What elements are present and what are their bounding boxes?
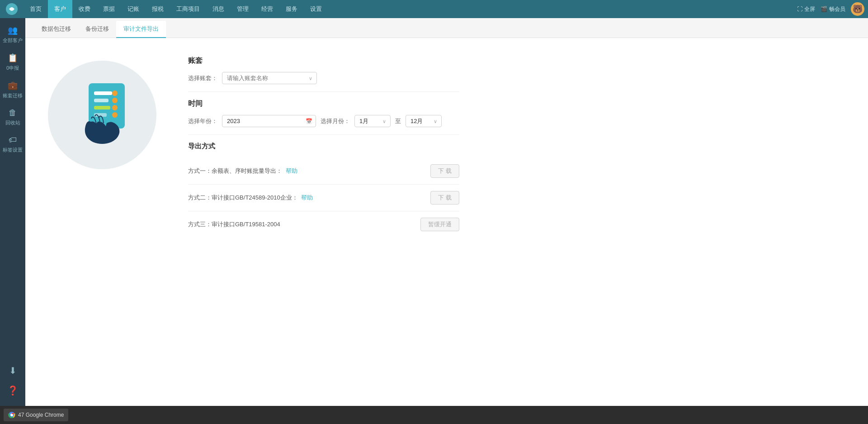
fullscreen-icon: ⛶	[797, 6, 802, 12]
taskbar-chrome-label: 47 Google Chrome	[18, 412, 64, 418]
nav-operation[interactable]: 经营	[255, 0, 279, 18]
nav-business[interactable]: 工商项目	[170, 0, 206, 18]
tab-backup-migrate[interactable]: 备份迁移	[78, 21, 116, 38]
download-sidebar-icon[interactable]: ⬇	[6, 362, 19, 379]
method2-description: 方式二：审计接口GB/T24589-2010企业：	[188, 194, 298, 201]
nav-manage[interactable]: 管理	[231, 0, 255, 18]
nav-right: ⛶ 全屏 🎬 畅会员 🐻	[797, 2, 864, 16]
sidebar-item-tag-settings[interactable]: 🏷 标签设置	[0, 132, 25, 157]
sidebar-item-recycle[interactable]: 🗑 回收站	[0, 105, 25, 130]
nav-invoice[interactable]: 票据	[97, 0, 121, 18]
month-start-wrap: 1月2月3月 4月5月6月 7月8月9月 10月11月12月	[354, 115, 391, 127]
separator-1	[188, 91, 459, 92]
year-label: 选择年份：	[188, 117, 217, 125]
method1-download-button[interactable]: 下 载	[430, 164, 459, 178]
sidebar-item-label: 账套迁移	[3, 92, 23, 99]
account-form-row: 选择账套： ∨	[188, 72, 459, 84]
nav-fee[interactable]: 收费	[72, 0, 97, 18]
fullscreen-label: 全屏	[804, 5, 815, 13]
all-customers-icon: 👥	[8, 25, 18, 35]
time-form-row: 选择年份： 选择月份： 1月2月3月 4月5月6月 7月8月9月 10月11月1…	[188, 115, 459, 127]
tab-bar: 数据包迁移 备份迁移 审计文件导出	[25, 18, 868, 38]
nav-items: 首页 客户 收费 票据 记账 报税 工商项目 消息 管理 经营 服务 设置	[24, 0, 797, 18]
method3-description: 方式三：审计接口GB/T19581-2004	[188, 221, 280, 228]
nav-service[interactable]: 服务	[279, 0, 304, 18]
sidebar-item-label: 回收站	[5, 119, 20, 126]
month-end-select[interactable]: 1月2月3月 4月5月6月 7月8月9月 10月11月12月	[406, 115, 442, 127]
method1-description: 方式一：余额表、序时账批量导出：	[188, 167, 282, 174]
account-select-wrap	[222, 72, 317, 84]
sidebar-item-label: 0申报	[6, 65, 19, 71]
sidebar-item-label: 全部客户	[3, 37, 23, 44]
content-area: 数据包迁移 备份迁移 审计文件导出	[25, 18, 868, 406]
app-logo[interactable]	[4, 1, 20, 17]
svg-point-6	[112, 91, 118, 96]
sidebar-item-zero-declare[interactable]: 📋 0申报	[0, 49, 25, 75]
svg-point-8	[112, 105, 118, 110]
form-area: 账套 选择账套： ∨ 时间 选择年份： 选择月份：	[188, 52, 459, 238]
nav-message[interactable]: 消息	[206, 0, 231, 18]
method3-text: 方式三：审计接口GB/T19581-2004	[188, 220, 280, 229]
export-method-1: 方式一：余额表、序时账批量导出： 帮助 下 载	[188, 158, 459, 185]
zero-declare-icon: 📋	[8, 53, 18, 63]
avatar[interactable]: 🐻	[851, 2, 864, 16]
sidebar-bottom: ⬇ ❓	[5, 362, 21, 406]
method2-download-button[interactable]: 下 载	[430, 191, 459, 205]
top-nav: 首页 客户 收费 票据 记账 报税 工商项目 消息 管理 经营 服务 设置 ⛶ …	[0, 0, 868, 18]
account-section-title: 账套	[188, 56, 459, 66]
tab-audit-export[interactable]: 审计文件导出	[116, 21, 166, 38]
month-end-wrap: 1月2月3月 4月5月6月 7月8月9月 10月11月12月	[406, 115, 442, 127]
account-select-input[interactable]	[222, 72, 317, 84]
account-migrate-icon: 💼	[8, 81, 18, 91]
member-button[interactable]: 🎬 畅会员	[821, 5, 845, 13]
month-label: 选择月份：	[321, 117, 350, 125]
month-start-select[interactable]: 1月2月3月 4月5月6月 7月8月9月 10月11月12月	[354, 115, 391, 127]
nav-home[interactable]: 首页	[24, 0, 48, 18]
svg-point-9	[112, 112, 118, 118]
method2-text: 方式二：审计接口GB/T24589-2010企业： 帮助	[188, 194, 313, 202]
member-icon: 🎬	[821, 6, 827, 12]
chrome-icon	[8, 411, 15, 419]
export-method-3: 方式三：审计接口GB/T19581-2004 暂缓开通	[188, 211, 459, 238]
sidebar: 👥 全部客户 📋 0申报 💼 账套迁移 🗑 回收站 🏷 标签设置 ⬇ ❓	[0, 18, 25, 406]
export-section-title: 导出方式	[188, 142, 459, 151]
fullscreen-button[interactable]: ⛶ 全屏	[797, 5, 815, 13]
separator-2	[188, 134, 459, 135]
svg-rect-3	[94, 99, 108, 102]
taskbar: 47 Google Chrome	[0, 406, 868, 424]
illustration-wrap	[43, 52, 161, 169]
time-section-title: 时间	[188, 99, 459, 109]
method2-help-link[interactable]: 帮助	[301, 194, 313, 201]
nav-tax[interactable]: 报税	[146, 0, 170, 18]
page-content: 账套 选择账套： ∨ 时间 选择年份： 选择月份：	[25, 38, 868, 406]
to-label: 至	[395, 117, 401, 125]
account-label: 选择账套：	[188, 74, 217, 82]
taskbar-chrome[interactable]: 47 Google Chrome	[4, 409, 68, 421]
main-layout: 👥 全部客户 📋 0申报 💼 账套迁移 🗑 回收站 🏷 标签设置 ⬇ ❓ 数据包…	[0, 18, 868, 406]
svg-rect-2	[94, 91, 112, 95]
svg-point-7	[112, 98, 118, 103]
tab-data-package[interactable]: 数据包迁移	[34, 21, 78, 38]
method3-open-button[interactable]: 暂缓开通	[420, 218, 459, 231]
svg-rect-4	[94, 106, 110, 110]
nav-bookkeeping[interactable]: 记账	[121, 0, 146, 18]
method1-text: 方式一：余额表、序时账批量导出： 帮助	[188, 167, 297, 175]
nav-settings[interactable]: 设置	[304, 0, 328, 18]
sidebar-item-label: 标签设置	[3, 147, 23, 153]
export-method-2: 方式二：审计接口GB/T24589-2010企业： 帮助 下 载	[188, 185, 459, 211]
sidebar-item-all-customers[interactable]: 👥 全部客户	[0, 22, 25, 48]
illustration-circle	[48, 61, 156, 169]
year-input-wrap	[222, 115, 316, 127]
member-label: 畅会员	[829, 5, 845, 13]
recycle-icon: 🗑	[9, 108, 17, 118]
sidebar-item-account-migrate[interactable]: 💼 账套迁移	[0, 77, 25, 103]
help-sidebar-icon[interactable]: ❓	[5, 382, 21, 399]
method1-help-link[interactable]: 帮助	[286, 167, 297, 174]
nav-customer[interactable]: 客户	[48, 0, 72, 18]
year-input[interactable]	[222, 115, 316, 127]
tag-settings-icon: 🏷	[9, 135, 17, 145]
